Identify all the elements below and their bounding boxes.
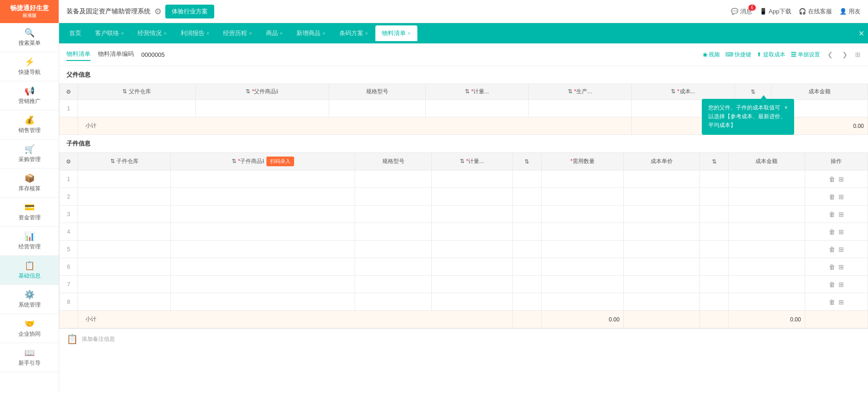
sort-icon[interactable]: ⇅	[122, 88, 127, 95]
prev-arrow[interactable]: ❮	[826, 49, 835, 60]
nav-tab-close-3[interactable]: ×	[206, 30, 209, 36]
child-cell-warehouse-7[interactable]	[78, 276, 171, 293]
nav-tab-7[interactable]: 条码方案 ×	[333, 25, 374, 41]
child-cell-product-6[interactable]	[171, 258, 355, 276]
child-cell-unit-price-3[interactable]	[623, 206, 699, 223]
nav-tab-close-7[interactable]: ×	[365, 30, 368, 36]
child-cell-quantity-4[interactable]	[542, 223, 624, 241]
sidebar-item-operation[interactable]: 📊经营管理	[0, 227, 59, 256]
child-cell-unit-6[interactable]	[431, 258, 512, 276]
child-cell-product-5[interactable]	[171, 241, 355, 258]
child-cell-product-7[interactable]	[171, 276, 355, 293]
sort-icon3[interactable]: ⇅	[465, 88, 470, 95]
hotkey-link[interactable]: ⌨ 快捷键	[725, 51, 751, 59]
child-cell-unit-1[interactable]	[431, 170, 512, 188]
nav-tab-1[interactable]: 客户联络 ×	[89, 25, 130, 41]
copy-btn-8[interactable]: ⊞	[838, 297, 845, 307]
parent-col-settings[interactable]: ⚙	[60, 84, 78, 100]
child-cell-quantity-7[interactable]	[542, 276, 624, 293]
child-cell-warehouse-2[interactable]	[78, 188, 171, 206]
doc-settings-link[interactable]: ☰ 单据设置	[791, 51, 820, 59]
child-sort-icon[interactable]: ⇅	[110, 158, 115, 164]
delete-btn-5[interactable]: 🗑	[828, 245, 836, 254]
sidebar-item-purchase[interactable]: 🛒采购管理	[0, 139, 59, 169]
delete-btn-4[interactable]: 🗑	[828, 227, 836, 236]
parent-cell-production-1[interactable]	[529, 100, 632, 117]
parent-cell-unit-1[interactable]	[425, 100, 528, 117]
sidebar-item-finance[interactable]: 💳资金管理	[0, 198, 59, 227]
child-cell-unit-5[interactable]	[431, 241, 512, 258]
nav-tab-close-1[interactable]: ×	[121, 30, 124, 36]
child-cell-quantity-2[interactable]	[542, 188, 624, 206]
child-cell-spec-6[interactable]	[355, 258, 431, 276]
child-cell-warehouse-5[interactable]	[78, 241, 171, 258]
nav-tab-close-8[interactable]: ×	[408, 30, 410, 36]
child-cell-unit-price-1[interactable]	[623, 170, 699, 188]
child-cell-unit-7[interactable]	[431, 276, 512, 293]
sidebar-item-guide[interactable]: 📖新手引导	[0, 343, 59, 372]
copy-btn-4[interactable]: ⊞	[838, 227, 845, 236]
sub-tab-bill[interactable]: 物料清单	[66, 48, 90, 61]
child-cell-product-3[interactable]	[171, 206, 355, 223]
sidebar-item-system[interactable]: ⚙️系统管理	[0, 285, 59, 314]
sort-icon5[interactable]: ⇅	[671, 88, 675, 95]
delete-btn-6[interactable]: 🗑	[828, 262, 836, 272]
child-cell-product-1[interactable]	[171, 170, 355, 188]
close-all-icon[interactable]: ✕	[858, 29, 864, 38]
scan-btn[interactable]: 扫码录入	[266, 157, 294, 166]
online-service-item[interactable]: 🎧 在线客服	[799, 7, 832, 16]
child-cell-unit-price-8[interactable]	[623, 293, 699, 311]
child-cell-unit-price-5[interactable]	[623, 241, 699, 258]
nav-tab-close-2[interactable]: ×	[163, 30, 166, 36]
sidebar-item-sales[interactable]: 💰销售管理	[0, 110, 59, 139]
child-cell-quantity-1[interactable]	[542, 170, 624, 188]
child-cell-unit-price-2[interactable]	[623, 188, 699, 206]
nav-tab-6[interactable]: 新增商品 ×	[290, 25, 332, 41]
child-cell-warehouse-6[interactable]	[78, 258, 171, 276]
child-cell-unit-price-4[interactable]	[623, 223, 699, 241]
child-cell-quantity-6[interactable]	[542, 258, 624, 276]
child-cell-unit-8[interactable]	[431, 293, 512, 311]
child-sort-icon2[interactable]: ⇅	[232, 158, 236, 164]
app-download-item[interactable]: 📱 App下载	[760, 7, 791, 16]
nav-tab-2[interactable]: 经营情况 ×	[131, 25, 173, 41]
copy-btn-6[interactable]: ⊞	[838, 262, 845, 272]
nav-tab-3[interactable]: 利润报告 ×	[174, 25, 216, 41]
child-cell-product-8[interactable]	[171, 293, 355, 311]
delete-btn-8[interactable]: 🗑	[828, 297, 836, 307]
child-cell-warehouse-1[interactable]	[78, 170, 171, 188]
nav-tab-close-5[interactable]: ×	[280, 30, 283, 36]
sort-icon2[interactable]: ⇅	[246, 88, 250, 95]
child-cell-spec-2[interactable]	[355, 188, 431, 206]
sidebar-item-search[interactable]: 🔍搜索菜单	[0, 23, 59, 52]
layout-icon[interactable]: ⊞	[855, 51, 861, 58]
delete-btn-3[interactable]: 🗑	[828, 210, 836, 219]
child-cell-warehouse-4[interactable]	[78, 223, 171, 241]
copy-btn-1[interactable]: ⊞	[838, 175, 845, 184]
parent-cell-product-1[interactable]	[196, 100, 329, 117]
sort-icon6[interactable]: ⇅	[751, 89, 755, 95]
extract-cost-link[interactable]: ⬆ 提取成本	[757, 51, 785, 59]
delete-btn-1[interactable]: 🗑	[828, 175, 836, 184]
trial-button[interactable]: 体验行业方案	[165, 5, 214, 18]
nav-tab-close-4[interactable]: ×	[249, 30, 252, 36]
sidebar-item-inventory[interactable]: 📦库存核算	[0, 169, 59, 198]
child-cell-quantity-5[interactable]	[542, 241, 624, 258]
child-cell-spec-3[interactable]	[355, 206, 431, 223]
user-item[interactable]: 👤 用友	[839, 7, 861, 16]
nav-tab-4[interactable]: 经营历程 ×	[217, 25, 258, 41]
child-cell-product-2[interactable]	[171, 188, 355, 206]
child-cell-unit-4[interactable]	[431, 223, 512, 241]
nav-tab-0[interactable]: 首页	[63, 25, 88, 41]
video-link[interactable]: ◉ 视频	[703, 51, 720, 59]
copy-btn-3[interactable]: ⊞	[838, 210, 845, 219]
sidebar-item-basic[interactable]: 📋基础信息	[0, 256, 59, 285]
child-cell-unit-price-7[interactable]	[623, 276, 699, 293]
child-cell-spec-5[interactable]	[355, 241, 431, 258]
child-cell-spec-7[interactable]	[355, 276, 431, 293]
delete-btn-7[interactable]: 🗑	[828, 280, 836, 289]
child-col-settings[interactable]: ⚙	[60, 153, 78, 170]
nav-tab-close-6[interactable]: ×	[322, 30, 325, 36]
child-cell-warehouse-3[interactable]	[78, 206, 171, 223]
parent-cell-spec-1[interactable]	[329, 100, 425, 117]
